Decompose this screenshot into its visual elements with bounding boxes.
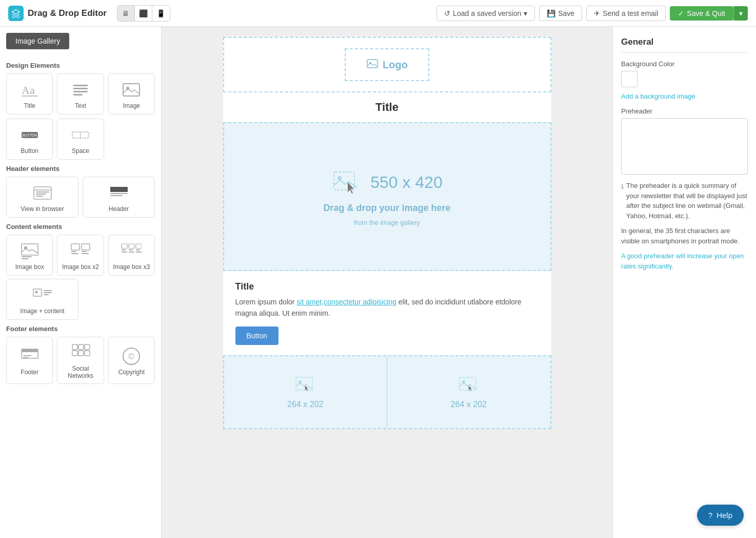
svg-rect-12 [34,187,51,199]
element-text[interactable]: Text [57,73,104,114]
svg-rect-26 [71,251,76,252]
svg-rect-50 [85,344,90,350]
col2-image-icon [459,375,479,396]
save-label: Save [558,9,574,17]
svg-rect-23 [22,258,29,259]
svg-rect-28 [71,253,78,254]
desktop-view-btn[interactable]: 🖥 [117,6,135,21]
element-image-box-2[interactable]: Image box x2 [57,235,104,276]
image-icon [121,80,142,100]
svg-rect-45 [22,349,38,352]
image-box-icon [19,241,40,261]
preheader-label: Preheader [621,107,748,115]
svg-rect-2 [73,85,88,86]
element-title[interactable]: Aa Title [6,73,53,114]
svg-rect-53 [85,351,90,356]
email-col-1[interactable]: 264 x 202 [224,356,388,428]
content-elements-grid: Image box Image box x2 [6,235,155,276]
svg-rect-17 [110,187,128,192]
element-image-box[interactable]: Image box [6,235,53,276]
logo-placeholder: Logo [345,48,429,81]
save-button[interactable]: 💾 Save [539,6,582,21]
email-content-section[interactable]: Title Lorem ipsum dolor sit amet,consect… [223,271,551,355]
svg-rect-34 [129,249,133,251]
element-image-content[interactable]: Image + content [6,279,78,320]
mobile-view-btn[interactable]: 📱 [152,6,170,21]
element-header[interactable]: Header [83,177,155,218]
load-label: Load a saved version [453,9,521,17]
dropzone-content: 550 x 420 [331,167,443,198]
svg-rect-15 [36,194,46,195]
test-email-button[interactable]: ✈ Send a test email [586,6,666,21]
footer-elements-section-title: Footer elements [6,325,155,333]
email-col-2[interactable]: 264 x 202 [387,356,550,428]
email-content-text: Lorem ipsum dolor sit amet,consectetur a… [235,296,539,319]
col1-image-icon [295,375,315,396]
svg-rect-31 [129,244,134,248]
right-panel: General Background Color Add a backgroun… [612,27,756,538]
svg-rect-6 [123,84,140,96]
app-title: Drag & Drop Editor [28,8,107,18]
send-icon: ✈ [594,9,600,17]
image-dropzone[interactable]: 550 x 420 Drag & drop your image here fr… [223,122,551,271]
sidebar: Image Gallery Design Elements Aa Title [0,27,162,538]
header-elements-section-title: Header elements [6,165,155,172]
svg-rect-35 [136,249,140,251]
tablet-view-btn[interactable]: ⬛ [135,6,152,21]
svg-rect-22 [22,256,32,257]
svg-rect-61 [296,377,312,390]
background-color-swatch[interactable] [621,71,638,87]
svg-point-59 [337,176,342,180]
checkmark-icon: ✓ [678,9,684,17]
email-content-button[interactable]: Button [235,326,278,345]
save-quit-button[interactable]: ✓ Save & Quit [670,6,733,21]
test-email-label: Send a test email [603,9,658,17]
content-link[interactable]: sit amet,consectetur adipisicing [296,298,396,306]
email-logo-section[interactable]: Logo [223,37,551,92]
load-version-button[interactable]: ↺ Load a saved version ▾ [436,6,535,21]
logo-icon [8,6,24,21]
svg-text:BUTTON: BUTTON [22,133,37,137]
element-space[interactable]: Space [57,119,104,160]
element-button[interactable]: BUTTON Button [6,119,53,160]
dropzone-image-icon [331,167,362,198]
email-title-section[interactable]: Title [223,92,551,122]
svg-rect-4 [73,91,88,92]
help-button[interactable]: ? Help [697,505,744,526]
email-canvas[interactable]: Logo Title 550 x 420 [162,27,612,538]
element-view-browser[interactable]: View in browser [6,177,78,218]
svg-rect-41 [44,290,52,291]
svg-rect-52 [78,351,84,356]
view-browser-label: View in browser [21,205,64,213]
button-label: Button [21,147,38,155]
image-box-2-label: Image box x2 [62,263,99,271]
footer-icon [19,346,40,367]
save-quit-dropdown-button[interactable]: ▾ [733,6,748,21]
element-copyright[interactable]: © Copyright [108,337,155,384]
preheader-highlight: A good preheader will increase your open… [621,251,748,271]
svg-rect-38 [136,252,142,253]
content-text-before: Lorem ipsum dolor [235,298,297,306]
element-image[interactable]: Image [108,73,155,114]
preheader-textarea[interactable] [621,118,748,175]
content-elements-section-title: Content elements [6,223,155,230]
svg-rect-49 [78,344,84,350]
add-background-image-link[interactable]: Add a background image [621,92,748,100]
svg-rect-30 [122,244,127,248]
load-icon: ↺ [444,9,450,17]
design-elements-section-title: Design Elements [6,62,155,69]
svg-rect-25 [82,244,90,250]
svg-rect-43 [44,294,49,295]
image-gallery-button[interactable]: Image Gallery [6,33,69,49]
preheader-note: In general, the 35 first characters are … [621,226,748,246]
element-social-networks[interactable]: Social Networks [57,337,104,384]
image-content-icon [32,285,53,305]
element-footer[interactable]: Footer [6,337,53,384]
svg-rect-37 [129,252,134,253]
svg-rect-24 [71,244,79,250]
image-label: Image [123,102,140,109]
image-box-2-icon [70,241,91,261]
app-logo: Drag & Drop Editor [8,6,107,21]
element-image-box-3[interactable]: Image box x3 [108,235,155,276]
image-content-label: Image + content [20,308,64,315]
